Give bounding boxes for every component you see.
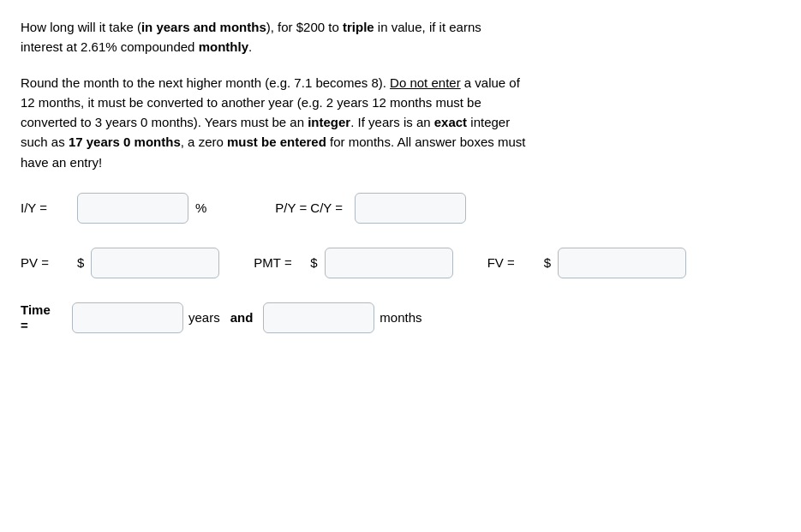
time-row: Time = years and months xyxy=(21,302,780,333)
pmt-group: PMT = $ xyxy=(254,248,452,278)
years-input[interactable] xyxy=(72,302,183,333)
time-label-container: Time = xyxy=(21,302,58,333)
question-block: How long will it take (in years and mont… xyxy=(21,17,780,57)
fields-section: I/Y = % P/Y = C/Y = PV = $ PMT = $ FV = … xyxy=(21,193,780,333)
instruction-line4-mid: , a zero xyxy=(181,134,227,149)
instruction-bold-17: 17 years 0 months xyxy=(69,134,181,149)
instruction-block: Round the month to the next higher month… xyxy=(21,73,780,172)
question-line2: interest at 2.61% compounded xyxy=(21,39,199,54)
question-text-post: in value, if it earns xyxy=(374,20,481,34)
fv-input[interactable] xyxy=(558,248,686,278)
pv-dollar-symbol: $ xyxy=(77,255,84,270)
pmt-input[interactable] xyxy=(325,248,453,278)
pv-pmt-fv-row: PV = $ PMT = $ FV = $ xyxy=(21,248,780,278)
months-unit: months xyxy=(380,310,421,325)
py-label: P/Y = C/Y = xyxy=(275,200,343,215)
instruction-line4-pre: such as xyxy=(21,134,69,149)
iy-label: I/Y = xyxy=(21,200,72,215)
iy-group: I/Y = % xyxy=(21,193,206,224)
instruction-line4-post: for months. All answer boxes must xyxy=(326,134,526,149)
time-label-bottom: = xyxy=(21,318,28,333)
time-label-top: Time xyxy=(21,302,51,318)
question-bold-monthly: monthly xyxy=(199,39,248,54)
pv-label: PV = xyxy=(21,255,72,270)
instruction-line2: 12 months, it must be converted to anoth… xyxy=(21,95,481,110)
years-unit: years xyxy=(188,310,220,325)
instruction-do-not-enter: Do not enter xyxy=(390,75,461,90)
months-input[interactable] xyxy=(263,302,374,333)
question-text-pre: How long will it take ( xyxy=(21,20,141,34)
instruction-line1-pre: Round the month to the next higher month… xyxy=(21,75,390,90)
pv-input[interactable] xyxy=(91,248,219,278)
pmt-label: PMT = xyxy=(254,255,305,270)
fv-dollar-symbol: $ xyxy=(544,255,551,270)
iy-py-row: I/Y = % P/Y = C/Y = xyxy=(21,193,780,224)
fv-group: FV = $ xyxy=(487,248,686,278)
instruction-line3-pre: converted to 3 years 0 months). Years mu… xyxy=(21,115,308,129)
py-input[interactable] xyxy=(355,193,466,224)
instruction-line3-mid: . If years is an xyxy=(350,115,434,129)
question-bold-triple: triple xyxy=(343,20,374,34)
pmt-dollar-symbol: $ xyxy=(310,255,317,270)
question-bold-years-months: in years and months xyxy=(141,20,266,34)
instruction-line1-post: a value of xyxy=(461,75,520,90)
instruction-line5: have an entry! xyxy=(21,155,102,170)
instruction-bold-integer: integer xyxy=(308,115,350,129)
instruction-bold-exact: exact xyxy=(434,115,467,129)
question-period: . xyxy=(248,39,252,54)
question-text-mid: ), for $200 to xyxy=(266,20,343,34)
and-text: and xyxy=(230,310,254,325)
pv-group: PV = $ xyxy=(21,248,219,278)
py-group: P/Y = C/Y = xyxy=(275,193,466,224)
iy-input[interactable] xyxy=(77,193,188,224)
instruction-line3-post: integer xyxy=(467,115,510,129)
fv-label: FV = xyxy=(487,255,539,270)
percent-symbol: % xyxy=(195,200,206,215)
instruction-bold-must: must be entered xyxy=(227,134,326,149)
